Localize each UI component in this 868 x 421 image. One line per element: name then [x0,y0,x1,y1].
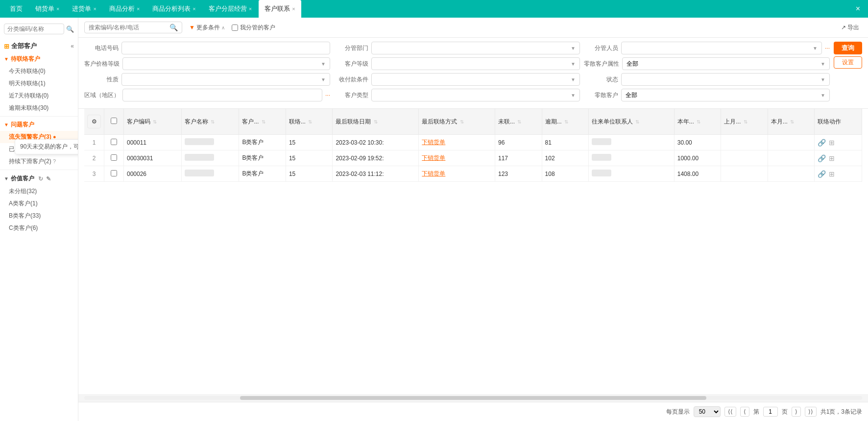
close-customer-contact-tab[interactable]: × [292,6,295,12]
sidebar-search-input[interactable] [4,24,64,34]
filter-payment-select[interactable]: ▼ [371,73,580,86]
row1-lastmonth [721,135,768,150]
scrollbar-thumb[interactable] [240,396,707,400]
col-name[interactable]: 客户名称 ⇅ [181,109,239,135]
filter-person-more[interactable]: ··· [825,45,830,51]
more-filter-button[interactable]: ▼ 更多条件 ∧ [186,23,228,33]
row1-grid-icon[interactable]: ⊞ [829,139,835,147]
filter-customerlevel-select[interactable]: ▼ [371,57,580,70]
tab-purchaseorder[interactable]: 进货单 × [66,0,102,18]
sidebar-root-item[interactable]: ⊞ 全部客户 « [0,39,78,53]
sidebar-item-b-class[interactable]: B类客户(33) [0,210,78,222]
col-contact[interactable]: 联络... ⇅ [286,109,333,135]
sidebar-section-value[interactable]: ▼ 价值客户 ↻ ✎ [0,172,78,185]
search-button[interactable]: 查询 [834,42,862,54]
sidebar-section-pending[interactable]: ▼ 待联络客户 [0,53,78,65]
row1-thisyear: 30.00 [674,135,721,150]
tab-product-analysis[interactable]: 商品分析 × [103,0,145,18]
col-code[interactable]: 客户编码 ⇅ [124,109,182,135]
page-label: 第 [753,408,759,416]
row3-uncontacted: 123 [495,166,542,182]
col-action: 联络动作 [815,109,862,135]
row1-checkbox[interactable] [111,139,117,145]
pagination-next-button[interactable]: ⟩ [792,407,801,417]
pagination-last-button[interactable]: ⟩⟩ [805,407,817,417]
select-all-checkbox[interactable] [111,118,117,124]
col-thisyear[interactable]: 本年... ⇅ [674,109,721,135]
sidebar-item-today-contact[interactable]: 今天待联络(0) [0,65,78,77]
filter-row-2: 客户价格等级 ▼ 客户等级 ▼ [84,57,830,70]
page-number-input[interactable] [763,407,778,417]
sidebar-item-7day-contact[interactable]: 近7天待联络(0) [0,90,78,102]
col-lastmonth[interactable]: 上月... ⇅ [721,109,768,135]
refresh-icon[interactable]: ↻ [38,175,43,182]
col-lastdate[interactable]: 最后联络日期 ⇅ [333,109,419,135]
window-close-button[interactable]: × [852,2,864,15]
col-thismonth[interactable]: 本月... ⇅ [768,109,815,135]
close-salesorder-tab[interactable]: × [56,6,59,12]
sidebar-item-tomorrow-contact[interactable]: 明天待联络(1) [0,77,78,90]
row1-contactperson-blurred [592,138,611,145]
filter-person-select[interactable]: ▼ [621,42,822,54]
filter-actions: 查询 设置 [834,42,862,104]
filter-pricelevel-select[interactable]: ▼ [122,57,330,70]
row2-checkbox[interactable] [111,154,117,161]
table-settings-gear[interactable]: ⚙ [87,115,101,128]
row3-grid-icon[interactable]: ⊞ [829,170,835,178]
row3-checkbox[interactable] [111,170,117,176]
horizontal-scrollbar[interactable] [84,396,862,400]
tab-salesorder[interactable]: 销货单 × [29,0,65,18]
my-customers-checkbox[interactable] [232,25,238,31]
pagination-first-button[interactable]: ⟨⟨ [724,407,736,417]
filter-nature-select[interactable]: ▼ [121,73,330,86]
settings-button[interactable]: 设置 [834,56,862,69]
col-overdue[interactable]: 逾期... ⇅ [542,109,589,135]
sidebar-item-ungroup[interactable]: 未分组(32) [0,185,78,198]
tab-customer-tier[interactable]: 客户分层经营 × [203,0,258,18]
sidebar-item-overdue-contact[interactable]: 逾期未联络(30) [0,102,78,114]
filter-status-select[interactable]: ▼ [621,73,830,86]
filter-retail-select[interactable]: 全部 ▼ [621,89,830,101]
col-type[interactable]: 客户... ⇅ [239,109,286,135]
row2-link-icon[interactable]: 🔗 [818,154,826,162]
sidebar-search-icon[interactable]: 🔍 [66,25,74,33]
col-uncontacted[interactable]: 未联... ⇅ [495,109,542,135]
pagination-prev-button[interactable]: ⟨ [740,407,749,417]
filter-phone-input[interactable] [121,42,330,54]
row2-lastmethod-link[interactable]: 下销货单 [422,154,445,161]
col-contactperson[interactable]: 往来单位联系人 ⇅ [589,109,675,135]
filter-retailattr-select[interactable]: 全部 ▼ [622,57,830,70]
close-customer-tier-tab[interactable]: × [249,6,252,12]
row1-lastmethod-link[interactable]: 下销货单 [422,139,445,146]
tab-product-analysis-list[interactable]: 商品分析列表 × [146,0,201,18]
search-input[interactable] [89,24,168,31]
row3-link-icon[interactable]: 🔗 [818,170,826,178]
export-button[interactable]: ↗ 导出 [838,23,862,33]
col-lastmethod[interactable]: 最后联络方式 ⇅ [419,109,495,135]
filter-region-more[interactable]: ··· [325,92,330,99]
page-size-select[interactable]: 50 100 200 [694,406,721,417]
tab-home[interactable]: 首页 [4,0,28,18]
close-product-analysis-list-tab[interactable]: × [193,6,195,12]
row3-thismonth [768,166,815,182]
row2-type: B类客户 [239,150,286,166]
sidebar-collapse-button[interactable]: « [71,43,74,50]
sidebar-item-declining[interactable]: 持续下滑客户(2) ? [0,155,78,168]
sidebar-section-problem[interactable]: ▼ 问题客户 [0,119,78,131]
search-button-icon[interactable]: 🔍 [169,24,178,31]
filter-dept-select[interactable]: ▼ [371,42,580,54]
filter-region-select[interactable] [122,89,322,101]
filter-customertype-select[interactable]: ▼ [371,89,580,101]
filter-retailattr-field: 零散客户属性 全部 ▼ [584,57,830,70]
row3-lastmethod-link[interactable]: 下销货单 [422,170,445,177]
row2-grid-icon[interactable]: ⊞ [829,154,835,162]
sidebar-item-a-class[interactable]: A类客户(1) [0,198,78,210]
sort-lastdate-icon: ⇅ [374,119,378,124]
close-product-analysis-tab[interactable]: × [137,6,140,12]
tab-customer-contact[interactable]: 客户联系 × [259,0,301,18]
sidebar-item-c-class[interactable]: C类客户(6) [0,222,78,234]
row1-link-icon[interactable]: 🔗 [818,139,826,147]
close-purchaseorder-tab[interactable]: × [93,6,96,12]
row1-name-blurred [185,138,214,145]
edit-icon[interactable]: ✎ [46,175,51,182]
